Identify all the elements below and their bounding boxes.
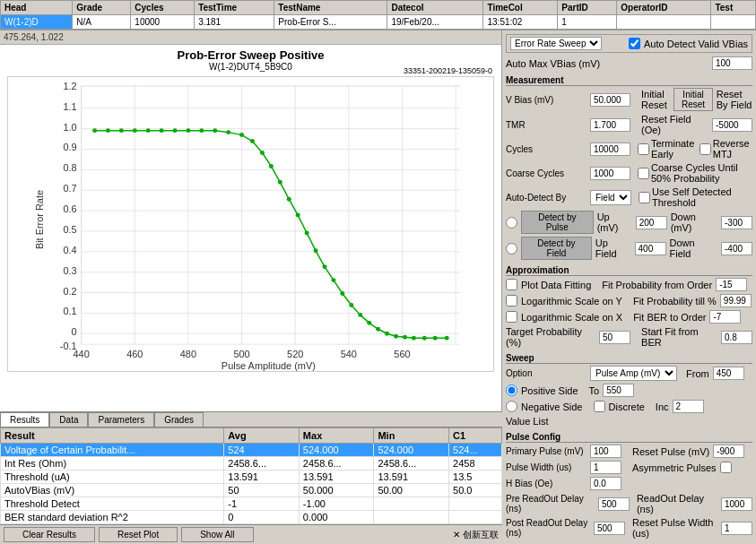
col-datecol: Datecol bbox=[387, 1, 483, 15]
results-panel: Results Data Parameters Grades Result Av… bbox=[0, 411, 502, 524]
sweep-header: Error Rate Sweep Auto Detect Valid VBias bbox=[506, 34, 752, 53]
start-fit-input[interactable] bbox=[721, 331, 752, 344]
auto-max-input[interactable] bbox=[712, 56, 752, 70]
col-c1: C1 bbox=[449, 428, 502, 444]
reset-field-input[interactable] bbox=[712, 118, 752, 132]
reset-pulse-width-input[interactable] bbox=[721, 522, 752, 535]
positive-side-radio[interactable] bbox=[506, 384, 517, 396]
plot-data-checkbox[interactable] bbox=[506, 279, 517, 290]
pre-readout-input[interactable] bbox=[598, 497, 630, 511]
reset-plot-button[interactable]: Reset Plot bbox=[99, 527, 178, 542]
tab-parameters[interactable]: Parameters bbox=[88, 412, 154, 427]
target-prob-input[interactable] bbox=[599, 331, 630, 344]
sweep-from-input[interactable] bbox=[713, 367, 744, 380]
clear-results-button[interactable]: Clear Results bbox=[4, 527, 95, 542]
reverse-mtj-label: Reverse MTJ bbox=[713, 138, 752, 160]
tab-data[interactable]: Data bbox=[49, 412, 88, 427]
sweep-to-label: To bbox=[589, 385, 600, 396]
pulse-width-input[interactable] bbox=[590, 461, 621, 474]
detect-by-field-button[interactable]: Detect by Field bbox=[521, 237, 592, 260]
sweep-to-input[interactable] bbox=[603, 384, 634, 397]
table-cell-c1: 50.0 bbox=[449, 484, 502, 497]
fit-prob-order-label: Fit Probability from Order bbox=[602, 280, 712, 290]
reverse-mtj-checkbox[interactable] bbox=[700, 143, 711, 155]
fit-prob-order-input[interactable] bbox=[716, 278, 747, 291]
down-field-input[interactable] bbox=[721, 242, 752, 255]
coarse-50-checkbox[interactable] bbox=[638, 168, 649, 179]
svg-text:500: 500 bbox=[233, 349, 249, 359]
primary-pulse-label: Primary Pulse (mV) bbox=[506, 446, 587, 456]
up-mv-input[interactable] bbox=[636, 216, 667, 229]
negative-side-radio[interactable] bbox=[506, 401, 517, 412]
table-cell-min bbox=[374, 497, 449, 511]
coarse-cycles-input[interactable] bbox=[590, 167, 630, 180]
show-all-button[interactable]: Show All bbox=[181, 527, 253, 542]
detect-radio[interactable] bbox=[506, 217, 517, 229]
pulse-width-label: Pulse Width (us) bbox=[506, 462, 587, 472]
sweep-inc-label: Inc bbox=[656, 402, 669, 412]
down-mv-input[interactable] bbox=[721, 216, 752, 229]
use-self-detected-checkbox[interactable] bbox=[639, 192, 650, 203]
value-list-label: Value List bbox=[506, 416, 549, 427]
negative-side-label: Negative Side bbox=[521, 402, 583, 412]
log-y-checkbox[interactable] bbox=[506, 295, 517, 307]
fit-ber-order-input[interactable] bbox=[709, 310, 741, 324]
table-row[interactable]: Int Res (Ohm)2458.6...2458.6...2458.6...… bbox=[1, 457, 502, 471]
sweep-select[interactable]: Error Rate Sweep bbox=[510, 37, 602, 50]
terminate-early-checkbox[interactable] bbox=[638, 143, 649, 155]
vbias-input[interactable] bbox=[590, 93, 630, 107]
fit-prob-till-input[interactable] bbox=[720, 294, 752, 307]
auto-detect-vbias-checkbox[interactable] bbox=[629, 38, 640, 49]
up-field-input[interactable] bbox=[635, 242, 666, 255]
hbias-input[interactable] bbox=[590, 477, 621, 490]
down-field-label: Down Field bbox=[670, 237, 717, 259]
table-cell-avg: 524 bbox=[224, 444, 300, 457]
detect-by-pulse-button[interactable]: Detect by Pulse bbox=[521, 211, 594, 234]
svg-text:Bit Error Rate: Bit Error Rate bbox=[34, 190, 45, 249]
auto-max-label: Auto Max VBias (mV) bbox=[506, 58, 708, 69]
cycles-input[interactable] bbox=[590, 142, 630, 156]
table-cell-min bbox=[374, 511, 449, 524]
primary-pulse-row: Primary Pulse (mV) Reset Pulse (mV) bbox=[506, 445, 752, 458]
svg-text:460: 460 bbox=[126, 349, 143, 359]
discrete-checkbox[interactable] bbox=[594, 401, 605, 412]
row-grade: N/A bbox=[73, 15, 131, 30]
asymmetric-checkbox[interactable] bbox=[720, 462, 732, 473]
table-cell-result: Threshold Detect bbox=[1, 497, 224, 511]
sweep-inc-input[interactable] bbox=[673, 400, 704, 413]
table-cell-min: 2458.6... bbox=[374, 457, 449, 471]
primary-pulse-input[interactable] bbox=[590, 445, 621, 458]
row-test bbox=[711, 15, 756, 30]
reset-pulse-input[interactable] bbox=[713, 445, 744, 458]
row-operatorid bbox=[617, 15, 711, 30]
svg-text:0.8: 0.8 bbox=[63, 162, 76, 173]
col-testname: TestName bbox=[274, 1, 387, 15]
bottom-bar: Clear Results Reset Plot Show All ✕ 创新互联 bbox=[0, 524, 502, 544]
pre-readout-label: Pre ReadOut Delay (ns) bbox=[506, 494, 595, 514]
auto-detect-by-select[interactable]: Field bbox=[590, 190, 631, 205]
cycles-label: Cycles bbox=[506, 144, 587, 154]
down-mv-label: Down (mV) bbox=[671, 212, 717, 233]
table-cell-avg: 50 bbox=[224, 484, 300, 497]
cycles-row: Cycles Terminate Early Reverse MTJ bbox=[506, 138, 752, 160]
table-row[interactable]: Threshold (uA)13.59113.59113.59113.5 bbox=[1, 471, 502, 484]
detect-radio-field[interactable] bbox=[506, 243, 517, 255]
table-row[interactable]: Threshold Detect-1-1.00 bbox=[1, 497, 502, 511]
table-row[interactable]: BER standard deviation R^200.000 bbox=[1, 511, 502, 524]
table-row[interactable]: Voltage of Certain Probabilit...524524.0… bbox=[1, 444, 502, 457]
log-x-checkbox[interactable] bbox=[506, 311, 517, 323]
col-max: Max bbox=[299, 428, 374, 444]
tab-results[interactable]: Results bbox=[0, 412, 49, 427]
tmr-label: TMR bbox=[506, 120, 587, 130]
discrete-label: Discrete bbox=[609, 402, 645, 412]
initial-reset-button[interactable]: Initial Reset bbox=[673, 88, 712, 111]
auto-detect-row: Auto-Detect By Field Use Self Detected T… bbox=[506, 186, 752, 208]
tmr-input[interactable] bbox=[590, 118, 630, 132]
row-testtime: 3.181 bbox=[195, 15, 274, 30]
sweep-option-select[interactable]: Pulse Amp (mV) bbox=[590, 366, 677, 381]
table-row[interactable]: AutoVBias (mV)5050.00050.0050.0 bbox=[1, 484, 502, 497]
post-readout-input[interactable] bbox=[594, 522, 625, 535]
readout-input[interactable] bbox=[721, 497, 752, 511]
svg-text:1.0: 1.0 bbox=[63, 122, 76, 133]
tab-grades[interactable]: Grades bbox=[154, 412, 204, 427]
